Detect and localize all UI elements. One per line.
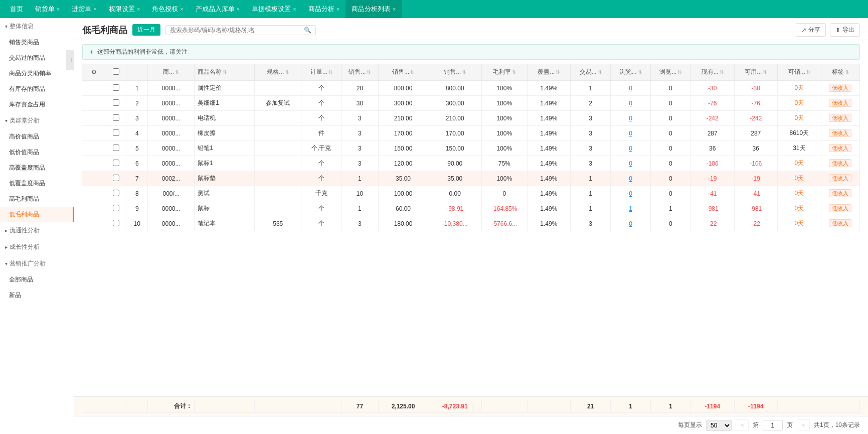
col-sale-qty[interactable]: 销售...⇅ bbox=[341, 64, 378, 81]
sidebar-item-stocked-goods[interactable]: 有库存的商品 bbox=[0, 81, 74, 97]
col-cover[interactable]: 覆盖...⇅ bbox=[527, 64, 571, 81]
col-sale-profit[interactable]: 销售...⇅ bbox=[428, 64, 482, 81]
row-view1[interactable]: 0 bbox=[611, 126, 651, 141]
nav-roles-close[interactable]: × bbox=[180, 6, 183, 12]
footer-view1: 1 bbox=[611, 400, 651, 413]
next-page-btn[interactable]: ＞ bbox=[797, 419, 810, 431]
row-view1[interactable]: 0 bbox=[611, 141, 651, 156]
col-checkbox-all[interactable] bbox=[106, 64, 126, 81]
sidebar-item-category-rate[interactable]: 商品分类助销率 bbox=[0, 66, 74, 81]
col-cur-stock[interactable]: 现有...⇅ bbox=[690, 64, 734, 81]
row-view1[interactable]: 0 bbox=[611, 96, 651, 111]
nav-product-inbound[interactable]: 产成品入库单 × bbox=[190, 0, 246, 18]
sidebar-item-all-goods[interactable]: 全部商品 bbox=[0, 272, 74, 287]
col-trade[interactable]: 交易...⇅ bbox=[571, 64, 611, 81]
col-gross-rate[interactable]: 毛利率⇅ bbox=[482, 64, 528, 81]
nav-permissions-close[interactable]: × bbox=[137, 6, 140, 12]
per-page-select[interactable]: 50 100 200 bbox=[706, 420, 732, 431]
period-button[interactable]: 近一月 bbox=[132, 24, 160, 36]
sidebar-item-low-margin[interactable]: 低毛利商品 bbox=[0, 207, 74, 222]
sidebar-item-high-value[interactable]: 高价值商品 bbox=[0, 129, 74, 144]
row-checkbox-cell[interactable] bbox=[106, 141, 126, 156]
row-checkbox-cell[interactable] bbox=[106, 201, 126, 216]
sidebar-group-flow[interactable]: ▸ 流通性分析 bbox=[0, 222, 74, 239]
col-name[interactable]: 商品名称⇅ bbox=[195, 64, 255, 81]
row-view1[interactable]: 0 bbox=[611, 216, 651, 231]
row-checkbox-cell[interactable] bbox=[106, 156, 126, 171]
nav-template-close[interactable]: × bbox=[293, 6, 296, 12]
row-checkbox[interactable] bbox=[113, 175, 119, 181]
sidebar-group-overall[interactable]: ▾ 整体信息 bbox=[0, 18, 74, 35]
row-view1[interactable]: 1 bbox=[611, 201, 651, 216]
table-row: 3 0000... 电话机 个 3 210.00 210.00 100% 1.4… bbox=[82, 111, 860, 126]
row-view1[interactable]: 0 bbox=[611, 156, 651, 171]
row-view1[interactable]: 0 bbox=[611, 171, 651, 186]
nav-roles[interactable]: 角色授权 × bbox=[146, 0, 189, 18]
row-checkbox[interactable] bbox=[113, 114, 119, 121]
row-checkbox[interactable] bbox=[113, 220, 119, 226]
row-checkbox-cell[interactable] bbox=[106, 111, 126, 126]
nav-goods-analysis-list-close[interactable]: × bbox=[393, 6, 396, 12]
sidebar-item-high-margin[interactable]: 高毛利商品 bbox=[0, 191, 74, 207]
col-saleable[interactable]: 可销...⇅ bbox=[778, 64, 821, 81]
col-view2[interactable]: 浏览...⇅ bbox=[651, 64, 691, 81]
row-checkbox[interactable] bbox=[113, 205, 119, 211]
col-view1[interactable]: 浏览...⇅ bbox=[611, 64, 651, 81]
sidebar-group-cluster[interactable]: ▾ 类群堂分析 bbox=[0, 112, 74, 129]
select-all-checkbox[interactable] bbox=[113, 68, 119, 75]
col-avail[interactable]: 可用...⇅ bbox=[734, 64, 778, 81]
nav-purchase-close[interactable]: × bbox=[93, 6, 96, 12]
sidebar-item-low-value[interactable]: 低价值商品 bbox=[0, 144, 74, 160]
col-sale-amt[interactable]: 销售...⇅ bbox=[378, 64, 428, 81]
row-checkbox-cell[interactable] bbox=[106, 126, 126, 141]
row-checkbox[interactable] bbox=[113, 160, 119, 166]
nav-sales[interactable]: 销货单 × bbox=[29, 0, 66, 18]
row-view1[interactable]: 0 bbox=[611, 186, 651, 201]
nav-sales-close[interactable]: × bbox=[57, 6, 60, 12]
row-view1[interactable]: 0 bbox=[611, 111, 651, 126]
nav-home[interactable]: 首页 bbox=[4, 0, 29, 18]
row-sale-amt: 120.00 bbox=[378, 156, 428, 171]
row-checkbox[interactable] bbox=[113, 84, 119, 91]
prev-page-btn[interactable]: ＜ bbox=[736, 419, 749, 431]
sidebar-item-traded-goods[interactable]: 交易过的商品 bbox=[0, 50, 74, 66]
row-checkbox-cell[interactable] bbox=[106, 216, 126, 231]
row-name: 电话机 bbox=[195, 111, 255, 126]
share-button[interactable]: ↗ 分享 bbox=[796, 23, 826, 37]
search-input[interactable] bbox=[170, 27, 302, 34]
sidebar-group-growth[interactable]: ▸ 成长性分析 bbox=[0, 239, 74, 255]
sidebar-item-new-goods[interactable]: 新品 bbox=[0, 287, 74, 303]
export-button[interactable]: ⬆ 导出 bbox=[830, 23, 860, 37]
sidebar-item-sales-goods[interactable]: 销售类商品 bbox=[0, 35, 74, 50]
row-checkbox[interactable] bbox=[113, 99, 119, 106]
col-tag[interactable]: 标签⇅ bbox=[821, 64, 859, 81]
nav-permissions[interactable]: 权限设置 × bbox=[103, 0, 146, 18]
nav-product-inbound-close[interactable]: × bbox=[237, 6, 240, 12]
table-row: 8 000/... 测试 千克 10 100.00 0.00 0 1.49% 1… bbox=[82, 186, 860, 201]
row-checkbox-cell[interactable] bbox=[106, 96, 126, 111]
nav-goods-analysis-close[interactable]: × bbox=[336, 6, 339, 12]
nav-goods-analysis[interactable]: 商品分析 × bbox=[302, 0, 345, 18]
sidebar-group-marketing[interactable]: ▾ 营销推广分析 bbox=[0, 255, 74, 272]
sidebar-item-stock-capital[interactable]: 库存资金占用 bbox=[0, 97, 74, 112]
nav-goods-analysis-list[interactable]: 商品分析列表 × bbox=[345, 0, 402, 18]
row-unit: 个,千克 bbox=[301, 141, 341, 156]
col-unit[interactable]: 计量...⇅ bbox=[301, 64, 341, 81]
row-view1[interactable]: 0 bbox=[611, 81, 651, 96]
page-input[interactable] bbox=[763, 420, 783, 430]
sidebar-item-high-coverage[interactable]: 高覆盖度商品 bbox=[0, 160, 74, 176]
row-checkbox[interactable] bbox=[113, 144, 119, 151]
row-checkbox-cell[interactable] bbox=[106, 81, 126, 96]
row-checkbox[interactable] bbox=[113, 129, 119, 136]
search-icon[interactable]: 🔍 bbox=[304, 27, 311, 34]
row-sale-amt: 60.00 bbox=[378, 201, 428, 216]
col-settings[interactable]: ⚙ bbox=[82, 64, 106, 81]
nav-purchase[interactable]: 进货单 × bbox=[66, 0, 102, 18]
row-checkbox-cell[interactable] bbox=[106, 186, 126, 201]
sidebar-item-low-coverage[interactable]: 低覆盖度商品 bbox=[0, 176, 74, 191]
row-checkbox-cell[interactable] bbox=[106, 171, 126, 186]
col-code[interactable]: 商...⇅ bbox=[148, 64, 195, 81]
col-spec[interactable]: 规格...⇅ bbox=[255, 64, 301, 81]
nav-template[interactable]: 单据模板设置 × bbox=[246, 0, 302, 18]
row-checkbox[interactable] bbox=[113, 190, 119, 196]
